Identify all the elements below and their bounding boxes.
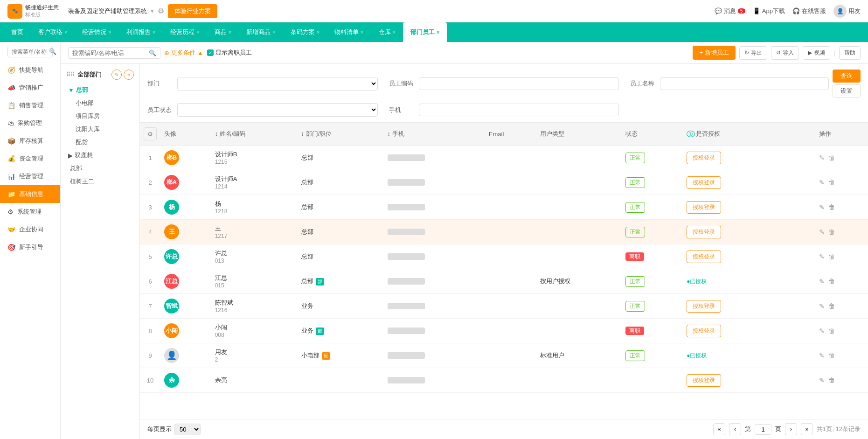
last-page-btn[interactable]: » [801, 423, 813, 435]
employee-code-input[interactable] [419, 77, 619, 90]
delete-icon[interactable]: 🗑 [828, 376, 835, 384]
authorize-button[interactable]: 授权登录 [687, 251, 721, 263]
sidebar-item-operations[interactable]: 📊 经营管理 [0, 167, 60, 185]
authorize-button[interactable]: 授权登录 [687, 176, 721, 189]
tab-department[interactable]: 部门员工 × [403, 22, 447, 42]
next-page-btn[interactable]: › [785, 423, 797, 435]
close-icon[interactable]: × [272, 29, 275, 35]
import-button[interactable]: ↺ 导入 [771, 46, 799, 60]
dropdown-icon[interactable]: ▾ [151, 7, 154, 14]
delete-icon[interactable]: 🗑 [828, 203, 835, 211]
col-phone[interactable]: ↕ 手机 [384, 123, 485, 146]
close-icon[interactable]: × [361, 29, 363, 35]
authorize-button[interactable]: 授权登录 [687, 300, 721, 313]
app-download-item[interactable]: 📱 App下载 [753, 7, 785, 15]
tab-operations[interactable]: 经营情况 × [75, 22, 118, 42]
show-resigned-toggle[interactable]: ✓ 显示离职员工 [207, 49, 252, 57]
sidebar-item-basic-info[interactable]: 📁 基础信息 [0, 185, 60, 203]
sidebar-item-guide[interactable]: 🎯 新手引导 [0, 238, 60, 256]
sidebar-item-quick-nav[interactable]: 🧭 快捷导航 [0, 61, 60, 79]
authorize-button[interactable]: 授权登录 [687, 325, 721, 337]
dept-tree-item-project[interactable]: 项目库房 [68, 110, 139, 123]
dept-tree-item-peihuo[interactable]: 配货 [68, 136, 139, 149]
close-icon[interactable]: × [393, 29, 396, 35]
sidebar-item-inventory[interactable]: 📦 库存核算 [0, 132, 60, 150]
tab-warehouse[interactable]: 仓库 × [371, 22, 403, 42]
edit-icon[interactable]: ✎ [819, 228, 825, 236]
edit-icon[interactable]: ✎ [819, 302, 825, 310]
sidebar-item-marketing[interactable]: 📣 营销推广 [0, 79, 60, 97]
close-icon[interactable]: × [196, 29, 199, 35]
search-input[interactable] [72, 49, 147, 56]
sidebar-item-purchase[interactable]: 🛍 采购管理 [0, 114, 60, 132]
tab-add-goods[interactable]: 新增商品 × [239, 22, 283, 42]
dept-select[interactable] [177, 77, 378, 91]
sidebar-search-input[interactable] [12, 49, 49, 55]
online-service-item[interactable]: 🎧 在线客服 [792, 7, 826, 15]
user-item[interactable]: 👤 用友 [833, 5, 861, 18]
dept-tree-item-shenyang[interactable]: 沈阳大库 [68, 123, 139, 136]
page-size-select[interactable]: 50 100 200 [174, 424, 201, 435]
first-page-btn[interactable]: « [713, 423, 725, 435]
tab-home[interactable]: 首页 [4, 22, 31, 42]
page-number-input[interactable] [755, 424, 771, 435]
close-icon[interactable]: × [64, 29, 67, 35]
edit-icon[interactable]: ✎ [819, 253, 825, 260]
dept-collapse-icon[interactable]: « [124, 70, 134, 80]
dept-edit-icon[interactable]: ✎ [111, 70, 122, 80]
authorize-button[interactable]: 授权登录 [687, 201, 721, 214]
gear-icon[interactable]: ⚙ [158, 7, 164, 15]
close-icon[interactable]: × [108, 29, 111, 35]
delete-icon[interactable]: 🗑 [828, 228, 835, 236]
tab-customer[interactable]: 客户联络 × [31, 22, 75, 42]
dept-tree-item-shuanglu[interactable]: ▶ 双鹿想 [61, 149, 139, 162]
edit-icon[interactable]: ✎ [819, 327, 825, 334]
dept-tree-item-all[interactable]: ▼ 总部 [61, 84, 139, 97]
sidebar-item-sales[interactable]: 📋 销售管理 [0, 97, 60, 114]
tab-history[interactable]: 经营历程 × [163, 22, 207, 42]
col-name[interactable]: ↕ 姓名/编码 [211, 123, 298, 146]
add-employee-button[interactable]: + 新增员工 [693, 46, 735, 60]
sidebar-item-system[interactable]: ⚙ 系统管理 [0, 203, 60, 221]
dept-tree-item-xiaodibu[interactable]: 小电部 [68, 97, 139, 110]
employee-name-input[interactable] [660, 77, 829, 90]
close-icon[interactable]: × [437, 29, 439, 35]
tab-goods[interactable]: 商品 × [207, 22, 239, 42]
prev-page-btn[interactable]: ‹ [729, 423, 741, 435]
more-conditions-btn[interactable]: ⊕ 更多条件 ▲ [164, 49, 203, 57]
sidebar-item-finance[interactable]: 💰 资金管理 [0, 150, 60, 167]
delete-icon[interactable]: 🗑 [828, 154, 835, 161]
edit-icon[interactable]: ✎ [819, 376, 825, 384]
gear-button[interactable]: ⚙ [144, 127, 157, 140]
view-button[interactable]: ▶ 视频 [803, 46, 830, 60]
authorize-button[interactable]: 授权登录 [687, 374, 721, 387]
edit-icon[interactable]: ✎ [819, 179, 825, 186]
delete-icon[interactable]: 🗑 [828, 253, 835, 260]
tab-bom[interactable]: 物料清单 × [327, 22, 371, 42]
export-button[interactable]: ↻ 导出 [739, 46, 767, 60]
close-icon[interactable]: × [317, 29, 319, 35]
delete-icon[interactable]: 🗑 [828, 302, 835, 310]
edit-icon[interactable]: ✎ [819, 352, 825, 359]
edit-icon[interactable]: ✎ [819, 203, 825, 211]
authorize-button[interactable]: 授权登录 [687, 152, 721, 164]
delete-icon[interactable]: 🗑 [828, 179, 835, 186]
close-icon[interactable]: × [153, 29, 155, 35]
dept-tree-item-zongbu[interactable]: 总部 [61, 162, 139, 175]
delete-icon[interactable]: 🗑 [828, 278, 835, 285]
delete-icon[interactable]: 🗑 [828, 327, 835, 334]
trial-button[interactable]: 体验行业方案 [168, 4, 217, 18]
phone-input[interactable] [419, 104, 619, 116]
status-select[interactable] [177, 103, 378, 117]
delete-icon[interactable]: 🗑 [828, 352, 835, 359]
set-button[interactable]: 设置 [833, 84, 861, 98]
message-item[interactable]: 💬 消息 5 [715, 7, 745, 15]
edit-icon[interactable]: ✎ [819, 154, 825, 161]
authorize-button[interactable]: 授权登录 [687, 226, 721, 238]
edit-icon[interactable]: ✎ [819, 278, 825, 285]
tab-barcode[interactable]: 条码方案 × [283, 22, 327, 42]
help-button[interactable]: 帮助 [839, 46, 861, 60]
col-dept[interactable]: ↕ 部门/职位 [298, 123, 384, 146]
tab-profit[interactable]: 利润报告 × [119, 22, 163, 42]
query-button[interactable]: 查询 [833, 70, 861, 83]
